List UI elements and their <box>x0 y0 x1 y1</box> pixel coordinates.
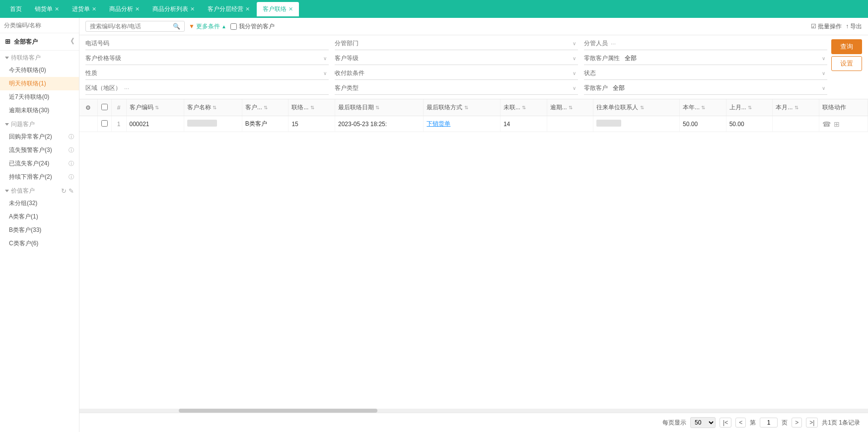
next-page-btn[interactable]: > <box>792 418 802 428</box>
sidebar-item-today-pending[interactable]: 今天待联络(0) <box>0 64 79 77</box>
filter-manager[interactable]: 分管人员 ··· <box>584 39 827 50</box>
filter-customer-level[interactable]: 客户等级 ∨ <box>335 54 578 65</box>
nav-home[interactable]: 首页 <box>4 2 28 16</box>
sidebar: 🔍 ⊞ 全部客户 《 待联络客户 今天待联络(0) 明天待联络(1) <box>0 18 79 432</box>
setting-button[interactable]: 设置 <box>831 56 862 71</box>
close-icon[interactable]: ✕ <box>92 6 96 12</box>
more-icon: ··· <box>611 40 616 47</box>
row-last-date: 2023-05-23 18:25: <box>335 116 424 132</box>
col-name[interactable]: 客户名称 ⇅ <box>184 99 242 116</box>
filter-department[interactable]: 分管部门 ∨ <box>335 39 578 50</box>
refresh-icon[interactable]: ↻ <box>61 187 67 195</box>
close-icon[interactable]: ✕ <box>245 6 250 12</box>
export-btn[interactable]: ↑ 导出 <box>846 22 862 31</box>
col-not-contact[interactable]: 未联... ⇅ <box>500 99 547 116</box>
sidebar-search-input[interactable] <box>4 22 78 29</box>
filter-status[interactable]: 状态 ∨ <box>584 69 827 80</box>
last-page-btn[interactable]: >| <box>806 418 818 428</box>
filter-actions: 查询 设置 <box>831 39 862 95</box>
sort-icon: ⇅ <box>375 105 379 110</box>
page-size-select[interactable]: 50 10 20 100 <box>690 417 716 428</box>
customer-table: ⚙ # 客户编码 ⇅ 客户名称 ⇅ 客户... ⇅ <box>79 99 868 132</box>
filter-nature[interactable]: 性质 ∨ <box>85 69 329 80</box>
filter-retail-customer[interactable]: 零散客户 全部 ∨ <box>584 84 827 95</box>
sidebar-all-customers[interactable]: ⊞ 全部客户 《 <box>0 33 79 51</box>
collapse-icon[interactable]: 《 <box>67 37 74 46</box>
sidebar-item-declining[interactable]: 持续下滑客户(2) ⓘ <box>0 170 79 184</box>
nav-purchase-order[interactable]: 进货单 ✕ <box>66 2 102 16</box>
col-last-date[interactable]: 最后联络日期 ⇅ <box>335 99 424 116</box>
chevron-down-icon: ∨ <box>573 56 576 61</box>
search-input[interactable] <box>90 23 171 30</box>
search-icon[interactable]: 🔍 <box>173 23 180 30</box>
page-input[interactable] <box>760 418 778 428</box>
nav-product-analysis-list[interactable]: 商品分析列表 ✕ <box>146 2 201 16</box>
col-gear[interactable]: ⚙ <box>79 99 97 116</box>
col-this-year[interactable]: 本年... ⇅ <box>680 99 726 116</box>
batch-ops-btn[interactable]: ☑ 批量操作 <box>811 22 842 31</box>
query-button[interactable]: 查询 <box>831 39 862 54</box>
close-icon[interactable]: ✕ <box>289 6 293 12</box>
sort-icon: ⇅ <box>310 105 314 110</box>
sidebar-item-churn-warning[interactable]: 流失预警客户(3) ⓘ <box>0 144 79 157</box>
col-last-month[interactable]: 上月... ⇅ <box>726 99 773 116</box>
my-customers-filter[interactable]: 我分管的客户 <box>230 22 275 31</box>
filter-region[interactable]: 区域（地区） ··· <box>85 84 329 95</box>
row-last-method[interactable]: 下销货单 <box>424 116 501 132</box>
filter-retail-attr[interactable]: 零散客户属性 全部 ∨ <box>584 54 827 65</box>
first-page-btn[interactable]: |< <box>720 418 731 428</box>
scrollbar-thumb[interactable] <box>179 409 377 413</box>
more-conditions-btn[interactable]: ▼ 更多条件 ▲ <box>189 22 226 31</box>
col-last-method[interactable]: 最后联络方式 ⇅ <box>424 99 501 116</box>
filter-payment-terms[interactable]: 收付款条件 ∨ <box>335 69 578 80</box>
filter-price-level[interactable]: 客户价格等级 ∨ <box>85 54 329 65</box>
close-icon[interactable]: ✕ <box>190 6 195 12</box>
nav-product-analysis[interactable]: 商品分析 ✕ <box>103 2 145 16</box>
chevron-down-icon: ∨ <box>822 56 825 61</box>
col-contacts[interactable]: 往来单位联系人 ⇅ <box>593 99 680 116</box>
nav-customer-contact[interactable]: 客户联络 ✕ <box>257 2 299 16</box>
row-check[interactable] <box>97 116 111 132</box>
sidebar-item-ungrouped[interactable]: 未分组(32) <box>0 197 79 210</box>
chevron-up-icon: ▲ <box>221 24 226 29</box>
col-overdue[interactable]: 逾期... ⇅ <box>547 99 593 116</box>
sidebar-item-churned[interactable]: 已流失客户(24) ⓘ <box>0 157 79 170</box>
col-type[interactable]: 客户... ⇅ <box>242 99 289 116</box>
sidebar-item-tomorrow-pending[interactable]: 明天待联络(1) <box>0 77 79 90</box>
nav-sales-order[interactable]: 销货单 ✕ <box>29 2 65 16</box>
sidebar-item-repurchase-abnormal[interactable]: 回购异常客户(2) ⓘ <box>0 130 79 144</box>
sidebar-search-wrap: 🔍 <box>0 18 79 33</box>
select-all-checkbox[interactable] <box>101 104 108 110</box>
sidebar-item-c-class[interactable]: C类客户(6) <box>0 237 79 250</box>
top-navigation: 首页 销货单 ✕ 进货单 ✕ 商品分析 ✕ 商品分析列表 ✕ 客户分层经营 ✕ … <box>0 0 868 18</box>
my-customers-checkbox[interactable] <box>230 23 237 30</box>
sidebar-item-overdue-pending[interactable]: 逾期未联络(30) <box>0 104 79 117</box>
row-code: 000021 <box>126 116 184 132</box>
contact-icon[interactable]: ☎ <box>822 120 831 128</box>
sidebar-item-a-class[interactable]: A类客户(1) <box>0 210 79 223</box>
nav-customer-segmentation[interactable]: 客户分层经营 ✕ <box>202 2 256 16</box>
sort-icon: ⇅ <box>640 105 644 110</box>
row-name[interactable] <box>184 116 242 132</box>
filter-customer-type[interactable]: 客户类型 ∨ <box>335 84 578 95</box>
advanced-filter: 电话号码 分管部门 ∨ 分管人员 ··· <box>79 35 868 99</box>
sort-icon: ⇅ <box>795 105 798 110</box>
row-action: ☎ ⊞ <box>819 116 868 132</box>
prev-page-btn[interactable]: < <box>735 418 746 428</box>
table-header-row: ⚙ # 客户编码 ⇅ 客户名称 ⇅ 客户... ⇅ <box>79 99 868 116</box>
row-contacts <box>593 116 680 132</box>
sidebar-section-value: 价值客户 ↻ ✎ <box>0 184 79 197</box>
close-icon[interactable]: ✕ <box>55 6 59 12</box>
col-check[interactable] <box>97 99 111 116</box>
close-icon[interactable]: ✕ <box>135 6 140 12</box>
sidebar-item-7days-pending[interactable]: 近7天待联络(0) <box>0 90 79 104</box>
horizontal-scrollbar[interactable] <box>79 409 868 413</box>
col-contact[interactable]: 联络... ⇅ <box>289 99 335 116</box>
qr-icon[interactable]: ⊞ <box>834 120 840 128</box>
row-checkbox[interactable] <box>101 120 108 127</box>
sidebar-item-b-class[interactable]: B类客户(33) <box>0 223 79 237</box>
chevron-down-icon: ∨ <box>822 85 825 91</box>
col-code[interactable]: 客户编码 ⇅ <box>126 99 184 116</box>
col-this-month[interactable]: 本月... ⇅ <box>773 99 819 116</box>
edit-icon[interactable]: ✎ <box>69 187 74 195</box>
